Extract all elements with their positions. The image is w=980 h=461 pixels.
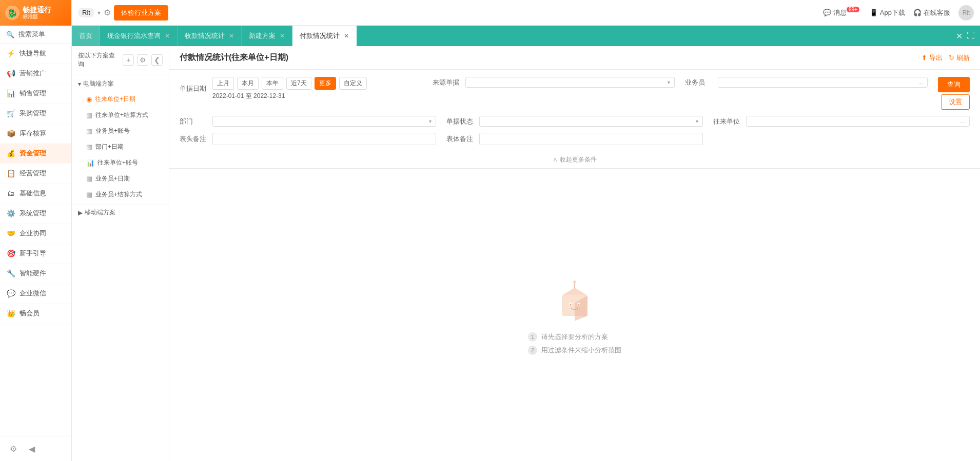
sidebar: 🐉 畅捷通行 标准版 🔍 搜索菜单 ⚡ 快捷导航 📢 营销推广 📊 销售管理 🛒… xyxy=(0,0,72,461)
basic-icon: 🗂 xyxy=(6,189,15,198)
staff-filter: 业务员 … xyxy=(685,77,928,88)
sales-icon: 📊 xyxy=(6,89,15,98)
tab-close-icon[interactable]: ✕ xyxy=(229,32,234,39)
query-btn[interactable]: 查询 xyxy=(938,77,970,92)
sidebar-item-quick-nav[interactable]: ⚡ 快捷导航 xyxy=(0,44,71,64)
sidebar-item-inventory[interactable]: 📦 库存核算 xyxy=(0,124,71,144)
table-header-label: 表头备注 xyxy=(180,134,208,144)
date-range-display: 2022-01-01 至 2022-12-31 xyxy=(212,92,367,101)
user-avatar[interactable]: Rit xyxy=(958,5,974,21)
dept-select[interactable]: ▾ xyxy=(212,116,436,127)
collapse-panel-btn[interactable]: ❮ xyxy=(151,54,163,66)
operation-icon: 📋 xyxy=(6,169,15,178)
tab-collection-stats[interactable]: 收款情况统计 ✕ xyxy=(178,26,242,46)
tab-close-icon[interactable]: ✕ xyxy=(165,32,170,39)
topbar-settings-icon[interactable]: ⚙ xyxy=(104,8,111,17)
plan-item-staff-account[interactable]: ▦ 业务员+账号 xyxy=(72,123,169,139)
date-btn-more[interactable]: 更多 xyxy=(315,77,336,90)
mobile-group-title[interactable]: ▶ 移动端方案 xyxy=(72,205,169,220)
topbar: Rit ▾ ⚙ 体验行业方案 💬 消息 99+ 📱 App下载 🎧 在线客服 R… xyxy=(72,0,980,26)
close-all-tabs-btn[interactable]: ✕ xyxy=(956,31,963,41)
sidebar-item-basic[interactable]: 🗂 基础信息 xyxy=(0,184,71,204)
collapse-filters-btn[interactable]: ∧ 收起更多条件 xyxy=(180,151,970,168)
left-panel-header: 按以下方案查询 + ⚙ ❮ xyxy=(72,46,169,74)
plan-item-unit-payment[interactable]: ▦ 往来单位+结算方式 xyxy=(72,107,169,123)
export-btn[interactable]: ⬆ 导出 xyxy=(922,53,943,63)
trial-btn[interactable]: 体验行业方案 xyxy=(114,5,168,21)
date-btn-last-month[interactable]: 上月 xyxy=(212,77,234,90)
sidebar-item-enterprise[interactable]: 🤝 企业协同 xyxy=(0,224,71,244)
plan-item-staff-date[interactable]: ▦ 业务员+日期 xyxy=(72,171,169,187)
sidebar-item-guide[interactable]: 🎯 新手引导 xyxy=(0,244,71,264)
plan-settings-btn[interactable]: ⚙ xyxy=(137,54,148,66)
page-title: 付款情况统计(往来单位+日期) xyxy=(180,52,288,63)
sidebar-footer: ⚙ ◀ xyxy=(0,436,71,461)
sidebar-item-hardware[interactable]: 🔧 智能硬件 xyxy=(0,264,71,284)
sidebar-item-purchase[interactable]: 🛒 采购管理 xyxy=(0,104,71,124)
staff-select[interactable]: … xyxy=(718,77,928,88)
table-header-input[interactable] xyxy=(212,133,436,145)
mobile-group-label: 移动端方案 xyxy=(85,208,115,217)
tab-payment-stats[interactable]: 付款情况统计 ✕ xyxy=(292,26,357,46)
search-icon: 🔍 xyxy=(6,31,14,38)
table-body-label: 表体备注 xyxy=(446,134,475,144)
source-select[interactable]: ▾ xyxy=(465,77,675,88)
refresh-label: 刷新 xyxy=(956,53,970,63)
system-icon: ⚙️ xyxy=(6,209,15,218)
app-name: 畅捷通行 xyxy=(23,6,51,14)
sidebar-item-operation[interactable]: 📋 经营管理 xyxy=(0,164,71,184)
message-btn[interactable]: 💬 消息 99+ xyxy=(823,8,861,17)
add-plan-btn[interactable]: + xyxy=(123,54,134,66)
filter-row-1: 单据日期 上月 本月 本年 近7天 更多 自定义 2022-01-01 至 20… xyxy=(180,77,970,110)
tab-cash-flow[interactable]: 现金银行流水查询 ✕ xyxy=(100,26,178,46)
tab-close-icon[interactable]: ✕ xyxy=(344,32,349,39)
date-filter: 单据日期 上月 本月 本年 近7天 更多 自定义 2022-01-01 至 20… xyxy=(180,77,422,101)
sidebar-item-capital[interactable]: 💰 资金管理 xyxy=(0,144,71,164)
purchase-icon: 🛒 xyxy=(6,109,15,118)
sidebar-item-label: 快捷导航 xyxy=(19,49,46,58)
source-filter: 来源单据 ▾ xyxy=(433,77,675,88)
desktop-group-title[interactable]: ▾ 电脑端方案 xyxy=(72,76,169,91)
table-body-input[interactable] xyxy=(479,133,703,145)
refresh-btn[interactable]: ↻ 刷新 xyxy=(949,53,970,63)
date-btn-this-month[interactable]: 本月 xyxy=(237,77,259,90)
sidebar-item-label: 新手引导 xyxy=(19,249,46,258)
plan-item-unit-date[interactable]: ◉ 往来单位+日期 xyxy=(72,91,169,107)
sidebar-item-system[interactable]: ⚙️ 系统管理 xyxy=(0,204,71,224)
date-btn-7days[interactable]: 近7天 xyxy=(286,77,311,90)
app-download-btn[interactable]: 📱 App下载 xyxy=(870,8,905,17)
sidebar-item-member[interactable]: 👑 畅会员 xyxy=(0,304,71,324)
tab-cash-flow-label: 现金银行流水查询 xyxy=(107,31,161,41)
filter-actions: 查询 设置 xyxy=(938,77,970,110)
sidebar-item-marketing[interactable]: 📢 营销推广 xyxy=(0,64,71,84)
settings-btn[interactable]: 设置 xyxy=(941,94,970,110)
unit-select[interactable]: … xyxy=(746,116,970,127)
sidebar-item-wechat[interactable]: 💬 企业微信 xyxy=(0,284,71,304)
sidebar-collapse-btn[interactable]: ◀ xyxy=(25,442,39,456)
doc-status-select[interactable]: ▾ xyxy=(479,116,703,127)
empty-illustration xyxy=(552,277,598,324)
plan-label: 往来单位+结算方式 xyxy=(95,111,148,119)
tab-home[interactable]: 首页 xyxy=(72,26,100,46)
left-panel: 按以下方案查询 + ⚙ ❮ ▾ 电脑端方案 ◉ 往来单位+日期 ▦ 往来单位+结… xyxy=(72,46,169,461)
date-btn-custom[interactable]: 自定义 xyxy=(339,77,367,90)
plan-item-unit-account[interactable]: 📊 往来单位+账号 xyxy=(72,155,169,171)
plan-item-dept-date[interactable]: ▦ 部门+日期 xyxy=(72,139,169,155)
online-service-btn[interactable]: 🎧 在线客服 xyxy=(913,8,950,17)
user-name-display[interactable]: Rit xyxy=(78,8,94,17)
chevron-down-icon: ▾ xyxy=(97,9,101,16)
search-menu[interactable]: 🔍 搜索菜单 xyxy=(0,26,71,44)
sidebar-item-label: 采购管理 xyxy=(19,109,46,118)
sidebar-settings-btn[interactable]: ⚙ xyxy=(6,442,21,456)
filter-row-2: 部门 ▾ 单据状态 ▾ 往来单位 xyxy=(180,116,970,127)
maximize-btn[interactable]: ⛶ xyxy=(967,31,975,41)
plan-item-staff-payment[interactable]: ▦ 业务员+结算方式 xyxy=(72,187,169,203)
tab-close-icon[interactable]: ✕ xyxy=(280,32,285,39)
message-label: 消息 xyxy=(833,8,847,17)
tab-new-plan[interactable]: 新建方案 ✕ xyxy=(242,26,292,46)
unit-label: 往来单位 xyxy=(713,117,742,126)
plan-icon: ▦ xyxy=(86,175,92,183)
sidebar-item-sales[interactable]: 📊 销售管理 xyxy=(0,84,71,104)
chevron-down-icon: ▾ xyxy=(668,79,670,85)
date-btn-this-year[interactable]: 本年 xyxy=(262,77,283,90)
